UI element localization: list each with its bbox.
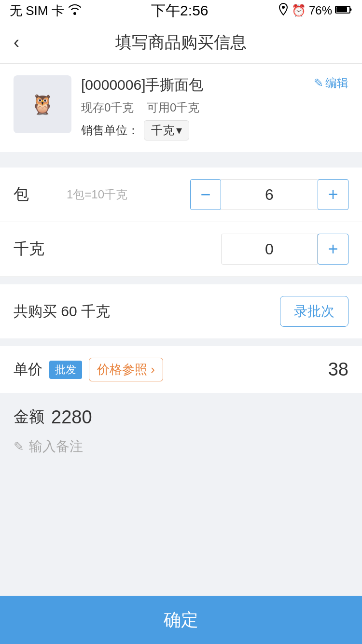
wifi-icon	[68, 3, 82, 18]
battery-percent: 76%	[309, 4, 332, 17]
product-unit: 销售单位： 千克 ▾	[81, 120, 348, 140]
package-section: 包 1包=10千克 − + 千克 +	[0, 168, 362, 277]
sim-label: 无 SIM 卡	[10, 2, 64, 19]
price-label: 单价	[14, 360, 42, 379]
status-right: ⏰ 76%	[278, 3, 352, 18]
product-card: 🦉 [0000006]手撕面包 ✎ 编辑 现存0千克 可用0千克 销售单位： 千…	[0, 64, 362, 152]
price-value: 38	[328, 359, 348, 380]
product-stock: 现存0千克 可用0千克	[81, 100, 348, 115]
weight-increment-button[interactable]: +	[318, 234, 348, 265]
nav-bar: ‹ 填写商品购买信息	[0, 21, 362, 64]
price-row: 单价 批发 价格参照 › 38	[14, 358, 348, 381]
weight-label: 千克	[14, 238, 62, 260]
status-bar: 无 SIM 卡 下午2:56 ⏰ 76%	[0, 0, 362, 21]
divider-1	[0, 160, 362, 168]
product-name: [0000006]手撕面包	[81, 75, 203, 95]
weight-quantity-control: +	[221, 234, 348, 265]
weight-quantity-input[interactable]	[222, 234, 317, 264]
amount-label: 金额	[14, 406, 44, 428]
location-icon	[278, 3, 289, 18]
package-increment-button[interactable]: +	[318, 179, 348, 210]
product-header: [0000006]手撕面包 ✎ 编辑	[81, 75, 348, 100]
status-left: 无 SIM 卡	[10, 2, 82, 19]
dropdown-icon: ▾	[176, 124, 182, 137]
summary-text: 共购买 60 千克	[14, 302, 110, 322]
note-placeholder[interactable]: 输入备注	[29, 437, 83, 456]
package-input-row: 包 1包=10千克 − +	[0, 168, 362, 222]
package-quantity-input[interactable]	[221, 179, 318, 210]
package-sublabel: 1包=10千克	[67, 187, 190, 202]
price-reference-button[interactable]: 价格参照 ›	[89, 358, 163, 381]
product-image: 🦉	[14, 75, 71, 133]
amount-row: 金额 2280	[14, 406, 348, 428]
note-pencil-icon: ✎	[14, 439, 24, 454]
product-info: [0000006]手撕面包 ✎ 编辑 现存0千克 可用0千克 销售单位： 千克 …	[81, 75, 348, 140]
price-tag: 批发	[49, 361, 82, 379]
alarm-icon: ⏰	[292, 4, 306, 17]
edit-icon: ✎	[314, 76, 323, 90]
record-batch-button[interactable]: 录批次	[280, 296, 348, 327]
package-label: 包	[14, 184, 62, 205]
svg-point-0	[282, 6, 285, 9]
price-section: 单价 批发 价格参照 › 38	[0, 346, 362, 393]
confirm-button[interactable]: 确定	[0, 596, 362, 644]
package-quantity-control: − +	[190, 179, 348, 210]
package-decrement-button[interactable]: −	[190, 179, 221, 210]
battery-icon	[335, 4, 352, 17]
unit-badge[interactable]: 千克 ▾	[144, 120, 189, 140]
page-title: 填写商品购买信息	[115, 31, 247, 54]
svg-rect-2	[336, 7, 347, 12]
summary-row: 共购买 60 千克 录批次	[0, 284, 362, 338]
confirm-label: 确定	[164, 608, 198, 632]
back-button[interactable]: ‹	[14, 32, 19, 53]
divider-2	[0, 338, 362, 346]
amount-value: 2280	[51, 407, 92, 428]
note-row[interactable]: ✎ 输入备注	[14, 437, 348, 456]
weight-input-row: 千克 +	[0, 222, 362, 277]
product-logo-icon: 🦉	[30, 93, 55, 116]
amount-section: 金额 2280 ✎ 输入备注	[0, 393, 362, 465]
status-time: 下午2:56	[151, 1, 208, 21]
edit-button[interactable]: ✎ 编辑	[314, 75, 348, 91]
